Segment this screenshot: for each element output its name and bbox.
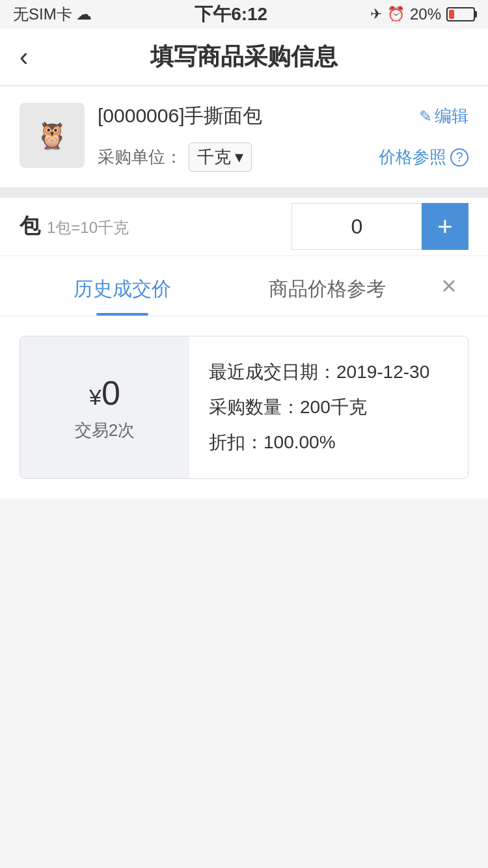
product-info: [0000006]手撕面包 ✎ 编辑 采购单位： 千克 ▾ 价格参照 <box>98 103 468 172</box>
section-divider <box>0 187 488 198</box>
tab-close-button[interactable]: × <box>429 267 468 306</box>
product-thumbnail: 🦉 <box>20 103 85 168</box>
history-card: ¥0 交易2次 最近成交日期：2019-12-30 采购数量：200千克 折扣：… <box>20 336 468 479</box>
tab-history-price[interactable]: 历史成交价 <box>20 256 224 316</box>
history-content: ¥0 交易2次 最近成交日期：2019-12-30 采购数量：200千克 折扣：… <box>0 316 488 498</box>
close-icon: × <box>441 271 456 301</box>
quantity-row: 包 1包=10千克 + <box>0 198 488 255</box>
tabs-header: 历史成交价 商品价格参考 × <box>0 256 488 316</box>
product-name: [0000006]手撕面包 <box>98 103 262 129</box>
product-owl-icon: 🦉 <box>36 120 68 151</box>
page-title: 填写商品采购信息 <box>150 41 338 73</box>
carrier-text: 无SIM卡 ☁ <box>13 4 92 25</box>
nav-bar: ‹ 填写商品采购信息 <box>0 29 488 86</box>
alarm-icon: ⏰ <box>387 6 405 23</box>
tab-product-price-ref[interactable]: 商品价格参考 <box>224 256 429 316</box>
help-icon: ? <box>450 148 468 167</box>
price-number: 0 <box>102 374 120 412</box>
unit-value: 千克 <box>197 146 231 169</box>
quantity-label: 包 1包=10千克 <box>20 212 129 241</box>
status-time: 下午6:12 <box>195 2 267 27</box>
recent-date: 最近成交日期：2019-12-30 <box>209 360 448 385</box>
status-bar: 无SIM卡 ☁ 下午6:12 ✈ ⏰ 20% <box>0 0 488 29</box>
unit-select[interactable]: 千克 ▾ <box>189 142 252 172</box>
quantity-unit: 包 <box>20 212 40 241</box>
edit-button[interactable]: ✎ 编辑 <box>419 105 468 128</box>
purchase-qty: 采购数量：200千克 <box>209 395 448 420</box>
dropdown-arrow-icon: ▾ <box>235 147 243 167</box>
quantity-input[interactable] <box>291 203 422 250</box>
currency-symbol: ¥ <box>89 385 102 409</box>
edit-label: 编辑 <box>435 105 468 128</box>
history-details: 最近成交日期：2019-12-30 采购数量：200千克 折扣：100.00% <box>189 336 468 478</box>
status-battery-area: ✈ ⏰ 20% <box>370 5 475 23</box>
edit-icon: ✎ <box>419 107 432 126</box>
tab-price-ref-label: 商品价格参考 <box>269 278 386 299</box>
price-ref-button[interactable]: 价格参照 ? <box>379 146 468 169</box>
history-price-value: ¥0 <box>89 373 120 413</box>
tab-active-indicator <box>96 313 148 316</box>
quantity-sub: 1包=10千克 <box>47 217 129 238</box>
history-price-left: ¥0 交易2次 <box>20 336 189 478</box>
battery-percent: 20% <box>410 5 441 23</box>
plus-icon: + <box>437 212 452 241</box>
unit-label: 采购单位： <box>98 146 182 169</box>
quantity-plus-button[interactable]: + <box>422 203 468 250</box>
quantity-input-area: + <box>291 203 468 250</box>
location-icon: ✈ <box>370 6 382 23</box>
history-times: 交易2次 <box>75 419 135 442</box>
tabs-panel: 历史成交价 商品价格参考 × ¥0 交易2次 最近成交日期：2019-12-30… <box>0 256 488 498</box>
footer-area <box>0 498 488 868</box>
discount: 折扣：100.00% <box>209 430 448 455</box>
back-button[interactable]: ‹ <box>20 42 28 72</box>
product-card: 🦉 [0000006]手撕面包 ✎ 编辑 采购单位： 千克 ▾ <box>0 87 488 187</box>
battery-icon <box>446 7 475 21</box>
status-carrier: 无SIM卡 ☁ <box>13 4 92 25</box>
tab-history-label: 历史成交价 <box>74 278 171 299</box>
price-ref-label: 价格参照 <box>379 146 446 169</box>
